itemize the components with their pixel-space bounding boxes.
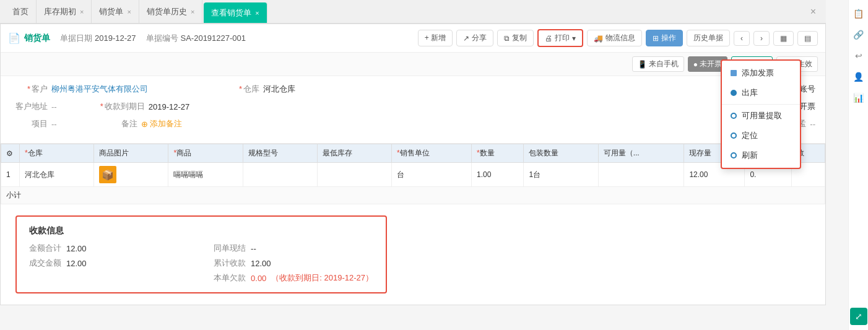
grid-icon: ⊞ (653, 34, 659, 43)
out-warehouse-icon (731, 90, 737, 96)
tab-view-sales[interactable]: 查看销货单 × (204, 2, 267, 23)
warehouse-field: *仓库 河北仓库 (222, 84, 295, 95)
prev-button[interactable]: ‹ (734, 31, 750, 46)
row-min-stock (317, 163, 391, 187)
refresh-item[interactable]: 刷新 (722, 145, 800, 165)
form-row-1: *客户 柳州粤港平安气体有限公司 *仓库 河北仓库 业务员 演示账号 (11, 84, 815, 95)
add-note-button[interactable]: ⊕ 添加备注 (141, 118, 182, 129)
col-warehouse: *仓库 (20, 144, 94, 163)
dropdown-overlay: 添加发票 出库 可用量提取 定位 刷新 (721, 59, 801, 169)
plus-icon: ⊕ (141, 119, 148, 129)
tab-sales-order[interactable]: 销货单 × (92, 0, 139, 23)
operation-dropdown: 添加发票 出库 可用量提取 定位 刷新 (721, 59, 801, 169)
product-image: 📦 (99, 166, 116, 183)
logistics-button[interactable]: 🚚 物流信息 (587, 30, 642, 46)
row-available (598, 163, 684, 187)
close-tab-view-sales[interactable]: × (255, 9, 259, 17)
operation-button[interactable]: ⊞ 操作 (646, 30, 683, 46)
tab-sales-history[interactable]: 销货单历史 × (139, 0, 202, 23)
print-icon: 🖨 (545, 34, 552, 43)
table-section: ⚙ *仓库 商品图片 *商品 规格型号 最低库存 *销售单位 *数量 包装数量 … (1, 144, 825, 204)
share-button[interactable]: ↗ 分享 (456, 30, 493, 46)
row-pack-qty: 1台 (524, 163, 598, 187)
share-icon: ↗ (463, 34, 469, 43)
trade-row: 成交金额 12.00 (29, 258, 189, 269)
layout1-button[interactable]: ▦ (773, 31, 794, 46)
col-unit: *销售单位 (392, 144, 472, 163)
gear-icon[interactable]: ⚙ (6, 149, 13, 158)
subtotal-cell: 小计 (1, 187, 825, 204)
subtotal-row: 小计 (1, 187, 825, 204)
doc-meta: 单据日期 2019-12-27 单据编号 SA-20191227-001 (60, 33, 246, 44)
tab-inventory-init[interactable]: 库存期初 × (37, 0, 92, 23)
ticket-icon: ● (693, 60, 698, 69)
tab-home[interactable]: 首页 (5, 0, 37, 23)
out-warehouse-item[interactable]: 出库 (722, 83, 800, 103)
sidebar-link-icon[interactable]: 🔗 (850, 26, 867, 43)
sidebar-return-icon[interactable]: ↩ (850, 47, 867, 64)
row-warehouse: 河北仓库 (20, 163, 94, 187)
col-pack-qty: 包装数量 (524, 144, 598, 163)
phone-icon: 📱 (638, 60, 647, 69)
toolbar-row: 📱 来自手机 ● 未开票 ✓ 已核销 ✓ 已生效 (1, 53, 825, 76)
payment-section: 收款信息 金额合计 12.00 同单现结 -- 成交金额 12.00 (1, 204, 825, 305)
customer-field: *客户 柳州粤港平安气体有限公司 (11, 84, 148, 95)
sidebar-user-icon[interactable]: 👤 (850, 68, 867, 85)
close-tab-history[interactable]: × (191, 8, 194, 15)
layout2-button[interactable]: ▤ (797, 31, 818, 46)
address-value: -- (51, 102, 57, 111)
doc-number-field: 单据编号 SA-20191227-001 (146, 33, 246, 44)
doc-title: 📄 销货单 (8, 32, 50, 44)
table-row: 1 河北仓库 📦 嗝嗝嗝嗝 台 1.00 1台 12.00 0. (1, 163, 825, 187)
copy-icon: ⧉ (504, 34, 510, 43)
from-phone-button[interactable]: 📱 来自手机 (632, 56, 684, 72)
tab-bar: 首页 库存期初 × 销货单 × 销货单历史 × 查看销货单 × × (0, 0, 826, 24)
main-content: 📄 销货单 单据日期 2019-12-27 单据编号 SA-20191227-0… (0, 24, 826, 305)
close-all-button[interactable]: × (805, 4, 821, 20)
doc-header: 📄 销货单 单据日期 2019-12-27 单据编号 SA-20191227-0… (1, 24, 825, 53)
truck-icon: 🚚 (594, 34, 603, 43)
project-value: -- (51, 119, 57, 129)
locate-icon (731, 132, 737, 139)
col-available: 可用量（... (598, 144, 684, 163)
col-gear: ⚙ (1, 144, 20, 163)
form-section: *客户 柳州粤港平安气体有限公司 *仓库 河北仓库 业务员 演示账号 客户地址 … (1, 76, 825, 144)
doc-date-field: 单据日期 2019-12-27 (60, 33, 136, 44)
right-sidebar: 📋 🔗 ↩ 👤 📊 ⤢ (848, 0, 868, 305)
row-image: 📦 (94, 163, 168, 187)
close-tab-inventory[interactable]: × (80, 8, 84, 15)
payment-grid: 金额合计 12.00 同单现结 -- 成交金额 12.00 累计收款 12.00 (29, 243, 373, 284)
owed-row: 本单欠款 0.00 （收款到期日: 2019-12-27） (214, 272, 373, 284)
print-button[interactable]: 🖨 打印 ▾ (537, 29, 583, 47)
copy-button[interactable]: ⧉ 复制 (497, 30, 534, 46)
row-unit: 台 (392, 163, 472, 187)
data-table: ⚙ *仓库 商品图片 *商品 规格型号 最低库存 *销售单位 *数量 包装数量 … (1, 144, 825, 204)
same-settle-row: 同单现结 -- (214, 243, 373, 254)
payment-title: 收款信息 (29, 225, 373, 237)
sidebar-chart-icon[interactable]: 📊 (850, 89, 867, 106)
next-button[interactable]: › (753, 31, 770, 46)
available-qty-item[interactable]: 可用量提取 (722, 106, 800, 126)
cumulative-row: 累计收款 12.00 (214, 258, 373, 269)
note-field: 备注 ⊕ 添加备注 (100, 118, 182, 129)
warehouse-value: 河北仓库 (263, 84, 295, 95)
col-qty: *数量 (471, 144, 523, 163)
locate-item[interactable]: 定位 (722, 126, 800, 145)
col-product: *商品 (168, 144, 243, 163)
close-tab-sales[interactable]: × (127, 8, 131, 15)
available-icon (731, 113, 737, 119)
history-button[interactable]: 历史单据 (687, 30, 730, 46)
add-invoice-item[interactable]: 添加发票 (722, 63, 800, 83)
form-row-2: 客户地址 -- *收款到期日 2019-12-27 *票据类型 不开票 (11, 101, 815, 112)
sidebar-doc-icon[interactable]: 📋 (850, 5, 867, 22)
refresh-icon (731, 152, 737, 158)
table-header-row: ⚙ *仓库 商品图片 *商品 规格型号 最低库存 *销售单位 *数量 包装数量 … (1, 144, 825, 163)
invoice-icon (731, 70, 737, 76)
new-button[interactable]: + 新增 (418, 30, 453, 46)
customer-value[interactable]: 柳州粤港平安气体有限公司 (51, 84, 148, 95)
row-product: 嗝嗝嗝嗝 (168, 163, 243, 187)
project-field: 项目 -- (11, 118, 57, 129)
payment-date-value: 2019-12-27 (149, 102, 190, 111)
row-num: 1 (1, 163, 20, 187)
print-dropdown-icon: ▾ (572, 34, 576, 43)
